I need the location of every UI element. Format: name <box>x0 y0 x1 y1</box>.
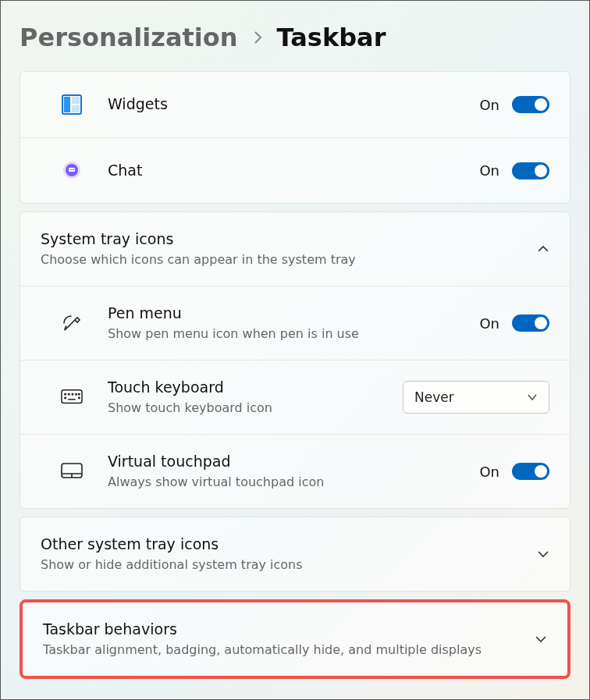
svg-point-11 <box>69 394 69 395</box>
chevron-down-icon <box>537 548 549 560</box>
svg-rect-9 <box>62 390 82 403</box>
row-chat: Chat On <box>20 137 570 203</box>
touch-kb-subtitle: Show touch keyboard icon <box>108 400 403 417</box>
other-tray-title: Other system tray icons <box>41 535 523 555</box>
widgets-label: Widgets <box>108 94 479 115</box>
svg-point-13 <box>76 394 76 395</box>
svg-point-7 <box>70 169 72 170</box>
touch-kb-value: Never <box>414 389 454 405</box>
chat-icon <box>61 161 83 181</box>
svg-point-15 <box>65 397 66 398</box>
system-tray-header[interactable]: System tray icons Choose which icons can… <box>20 212 570 286</box>
system-tray-group: System tray icons Choose which icons can… <box>20 211 570 509</box>
svg-rect-2 <box>72 97 80 104</box>
chevron-right-icon <box>252 30 263 45</box>
other-tray-group: Other system tray icons Show or hide add… <box>20 517 570 592</box>
svg-point-14 <box>79 394 80 395</box>
taskbar-behaviors-group: Taskbar behaviors Taskbar alignment, bad… <box>20 599 570 679</box>
system-tray-subtitle: Choose which icons can appear in the sys… <box>41 251 523 268</box>
svg-point-8 <box>73 169 74 170</box>
chat-toggle[interactable] <box>512 162 549 179</box>
chevron-down-icon <box>535 633 547 645</box>
pen-state: On <box>479 315 499 332</box>
touchpad-toggle[interactable] <box>512 463 549 480</box>
touchpad-state: On <box>479 464 499 480</box>
pen-subtitle: Show pen menu icon when pen is in use <box>108 325 479 343</box>
row-pen-menu: Pen menu Show pen menu icon when pen is … <box>20 286 570 360</box>
other-tray-header[interactable]: Other system tray icons Show or hide add… <box>20 517 570 591</box>
pen-title: Pen menu <box>108 304 479 324</box>
chevron-down-icon <box>527 392 538 403</box>
touchpad-subtitle: Always show virtual touchpad icon <box>108 474 479 491</box>
svg-point-12 <box>72 394 73 395</box>
taskbar-items-group: Widgets On Chat On <box>20 71 570 204</box>
breadcrumb-parent[interactable]: Personalization <box>20 23 238 52</box>
taskbar-behaviors-header[interactable]: Taskbar behaviors Taskbar alignment, bad… <box>23 602 567 676</box>
svg-rect-1 <box>64 97 70 112</box>
widgets-icon <box>61 94 83 115</box>
touch-kb-title: Touch keyboard <box>108 378 403 398</box>
touchpad-icon <box>61 463 83 480</box>
behaviors-title: Taskbar behaviors <box>43 620 521 640</box>
system-tray-title: System tray icons <box>41 229 523 250</box>
breadcrumb: Personalization Taskbar <box>20 23 570 52</box>
row-widgets: Widgets On <box>20 72 570 137</box>
svg-rect-3 <box>72 105 80 112</box>
chat-label: Chat <box>108 161 479 181</box>
widgets-toggle[interactable] <box>512 96 549 113</box>
touchpad-title: Virtual touchpad <box>108 452 479 472</box>
pen-icon <box>61 312 83 334</box>
row-touch-keyboard: Touch keyboard Show touch keyboard icon … <box>20 360 570 434</box>
keyboard-icon <box>61 389 83 406</box>
breadcrumb-current: Taskbar <box>277 23 386 52</box>
pen-toggle[interactable] <box>512 314 549 332</box>
behaviors-subtitle: Taskbar alignment, badging, automaticall… <box>43 641 521 659</box>
chat-state: On <box>479 162 499 179</box>
widgets-state: On <box>479 97 499 113</box>
touch-kb-dropdown[interactable]: Never <box>403 381 549 414</box>
svg-point-16 <box>79 397 80 398</box>
other-tray-subtitle: Show or hide additional system tray icon… <box>41 556 523 574</box>
chevron-up-icon <box>537 243 549 255</box>
svg-point-10 <box>65 394 66 395</box>
row-virtual-touchpad: Virtual touchpad Always show virtual tou… <box>20 434 570 508</box>
